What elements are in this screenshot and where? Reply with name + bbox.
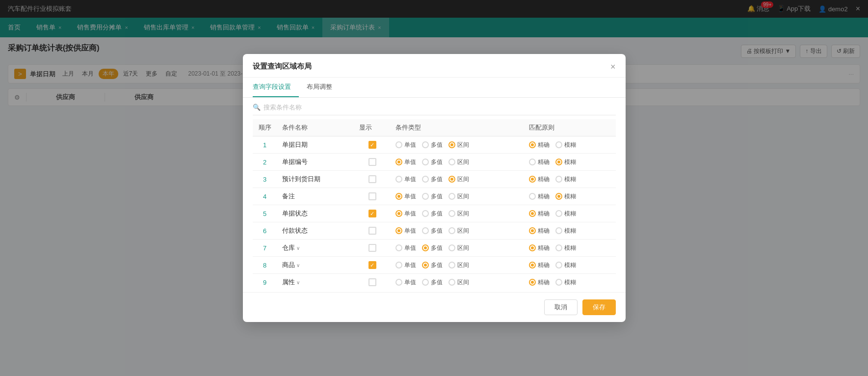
type-radio-item[interactable]: 单值 [395, 158, 416, 166]
cell-show [354, 274, 391, 287]
type-radio-item[interactable]: 多值 [422, 227, 443, 235]
cancel-button[interactable]: 取消 [544, 299, 578, 315]
show-checkbox[interactable] [368, 141, 376, 149]
cell-order: 1 [253, 136, 277, 154]
radio-circle [422, 176, 429, 183]
match-radio-item[interactable]: 模糊 [555, 210, 576, 218]
type-radio-item[interactable]: 多值 [422, 141, 443, 149]
type-radio-item[interactable]: 单值 [395, 210, 416, 218]
type-radio-item[interactable]: 区间 [448, 141, 469, 149]
type-radio-item[interactable]: 区间 [448, 278, 469, 287]
type-radio-item[interactable]: 区间 [448, 227, 469, 235]
show-checkbox[interactable] [368, 210, 376, 217]
cell-type: 单值多值区间 [391, 171, 525, 188]
type-radio-item[interactable]: 单值 [395, 278, 416, 287]
radio-label: 单值 [404, 278, 416, 287]
show-checkbox[interactable] [368, 158, 376, 166]
radio-label: 模糊 [564, 244, 576, 252]
save-button[interactable]: 保存 [582, 299, 616, 315]
match-radio-item[interactable]: 模糊 [555, 175, 576, 184]
match-radio-item[interactable]: 模糊 [555, 278, 576, 287]
show-checkbox[interactable] [368, 244, 376, 252]
cell-match: 精确模糊 [524, 171, 615, 188]
type-radio-item[interactable]: 多值 [422, 278, 443, 287]
radio-circle [555, 176, 562, 183]
show-checkbox[interactable] [368, 227, 376, 235]
radio-label: 区间 [457, 175, 469, 184]
cell-show [354, 188, 391, 205]
match-radio-item[interactable]: 精确 [529, 141, 550, 149]
match-radio-item[interactable]: 精确 [529, 261, 550, 269]
cell-order: 3 [253, 171, 277, 188]
dialog-header: 设置查询区域布局 × [243, 54, 626, 78]
cell-type: 单值多值区间 [391, 154, 525, 171]
table-row: 8商品 ∨单值多值区间精确模糊 [253, 257, 616, 274]
dialog-body: 🔍 顺序 条件名称 显示 条件类型 匹配原则 [243, 98, 626, 292]
show-checkbox[interactable] [368, 278, 376, 286]
th-show: 显示 [354, 119, 391, 136]
modal-overlay: 设置查询区域布局 × 查询字段设置 布局调整 🔍 顺序 条件名称 [0, 0, 868, 376]
expand-icon[interactable]: ∨ [296, 280, 300, 285]
radio-label: 模糊 [564, 261, 576, 269]
tab-layout[interactable]: 布局调整 [307, 78, 340, 97]
match-radio-item[interactable]: 模糊 [555, 261, 576, 269]
match-radio-item[interactable]: 模糊 [555, 192, 576, 201]
cell-name: 属性 ∨ [277, 274, 354, 287]
match-radio-item[interactable]: 模糊 [555, 227, 576, 235]
type-radio-item[interactable]: 单值 [395, 175, 416, 184]
cell-match: 精确模糊 [524, 205, 615, 222]
radio-circle [422, 227, 429, 234]
type-radio-item[interactable]: 单值 [395, 261, 416, 269]
type-radio-item[interactable]: 区间 [448, 175, 469, 184]
type-radio-item[interactable]: 单值 [395, 192, 416, 201]
table-row: 5单据状态单值多值区间精确模糊 [253, 205, 616, 222]
type-radio-item[interactable]: 多值 [422, 192, 443, 201]
radio-circle [555, 279, 562, 286]
match-radio-item[interactable]: 精确 [529, 175, 550, 184]
type-radio-item[interactable]: 区间 [448, 261, 469, 269]
dialog-close-btn[interactable]: × [610, 62, 616, 71]
cell-show [354, 136, 391, 154]
match-radio-item[interactable]: 精确 [529, 227, 550, 235]
search-bar: 🔍 [253, 104, 616, 115]
match-radio-item[interactable]: 精确 [529, 244, 550, 252]
show-checkbox[interactable] [368, 261, 376, 269]
match-radio-item[interactable]: 精确 [529, 210, 550, 218]
radio-circle [555, 227, 562, 234]
type-radio-item[interactable]: 多值 [422, 244, 443, 252]
tab-query-fields[interactable]: 查询字段设置 [253, 78, 299, 97]
radio-label: 多值 [431, 192, 443, 201]
radio-label: 区间 [457, 244, 469, 252]
show-checkbox[interactable] [368, 175, 376, 183]
dialog-title: 设置查询区域布局 [253, 62, 312, 71]
match-radio-item[interactable]: 模糊 [555, 141, 576, 149]
type-radio-item[interactable]: 区间 [448, 192, 469, 201]
match-radio-item[interactable]: 精确 [529, 278, 550, 287]
radio-label: 精确 [538, 175, 550, 184]
type-radio-item[interactable]: 区间 [448, 210, 469, 218]
expand-icon[interactable]: ∨ [296, 245, 300, 251]
type-radio-item[interactable]: 单值 [395, 141, 416, 149]
type-radio-item[interactable]: 单值 [395, 244, 416, 252]
radio-label: 单值 [404, 175, 416, 184]
type-radio-item[interactable]: 区间 [448, 244, 469, 252]
type-radio-item[interactable]: 多值 [422, 261, 443, 269]
cell-order: 4 [253, 188, 277, 205]
type-radio-item[interactable]: 多值 [422, 175, 443, 184]
radio-circle [422, 262, 429, 269]
match-radio-item[interactable]: 精确 [529, 192, 550, 201]
cell-type: 单值多值区间 [391, 188, 525, 205]
radio-label: 多值 [431, 175, 443, 184]
type-radio-item[interactable]: 单值 [395, 227, 416, 235]
cell-match: 精确模糊 [524, 240, 615, 257]
expand-icon[interactable]: ∨ [296, 263, 300, 268]
type-radio-item[interactable]: 区间 [448, 158, 469, 166]
search-input[interactable] [263, 104, 362, 111]
show-checkbox[interactable] [368, 192, 376, 200]
type-radio-item[interactable]: 多值 [422, 158, 443, 166]
settings-dialog: 设置查询区域布局 × 查询字段设置 布局调整 🔍 顺序 条件名称 [243, 54, 626, 322]
type-radio-item[interactable]: 多值 [422, 210, 443, 218]
match-radio-item[interactable]: 模糊 [555, 244, 576, 252]
match-radio-item[interactable]: 精确 [529, 158, 550, 166]
match-radio-item[interactable]: 模糊 [555, 158, 576, 166]
